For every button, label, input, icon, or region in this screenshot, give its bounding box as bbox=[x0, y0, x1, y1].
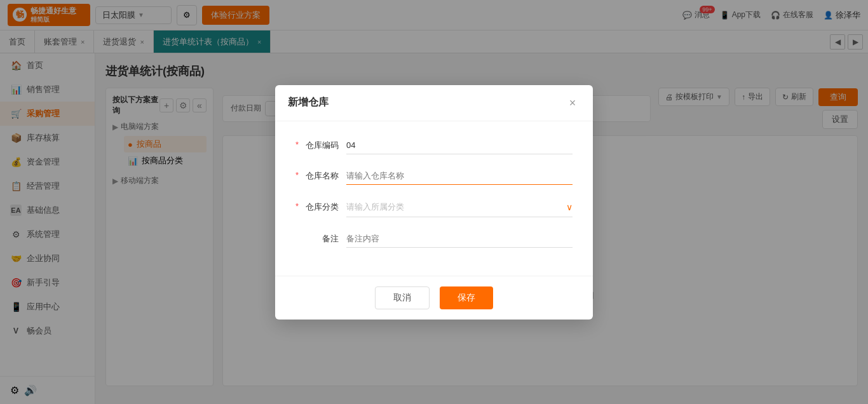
warehouse-category-select[interactable]: 请输入所属分类 ∨ bbox=[346, 198, 573, 217]
modal-header: 新增仓库 × bbox=[275, 85, 593, 121]
save-button[interactable]: 保存 bbox=[440, 286, 493, 309]
warehouse-category-field: 仓库分类 请输入所属分类 ∨ bbox=[295, 198, 573, 217]
category-chevron-icon: ∨ bbox=[566, 202, 573, 212]
cancel-button[interactable]: 取消 bbox=[375, 286, 430, 309]
warehouse-note-input[interactable] bbox=[346, 230, 573, 248]
warehouse-note-label: 备注 bbox=[295, 233, 346, 245]
warehouse-name-input[interactable] bbox=[346, 167, 573, 185]
modal-title: 新增仓库 bbox=[288, 96, 329, 109]
modal-overlay: 新增仓库 × 仓库编码 仓库名称 仓库分类 请输入所属分类 ∨ bbox=[0, 0, 868, 404]
warehouse-category-label: 仓库分类 bbox=[295, 201, 346, 213]
warehouse-name-field: 仓库名称 bbox=[295, 167, 573, 185]
modal-close-button[interactable]: × bbox=[565, 95, 580, 111]
warehouse-code-field: 仓库编码 bbox=[295, 137, 573, 154]
warehouse-note-field: 备注 bbox=[295, 230, 573, 248]
warehouse-code-label: 仓库编码 bbox=[295, 140, 346, 151]
modal-footer: 取消 保存 bbox=[275, 276, 593, 320]
warehouse-name-label: 仓库名称 bbox=[295, 170, 346, 182]
add-warehouse-modal: 新增仓库 × 仓库编码 仓库名称 仓库分类 请输入所属分类 ∨ bbox=[275, 85, 593, 320]
category-placeholder: 请输入所属分类 bbox=[346, 201, 404, 213]
warehouse-code-input[interactable] bbox=[346, 137, 573, 154]
modal-body: 仓库编码 仓库名称 仓库分类 请输入所属分类 ∨ 备注 bbox=[275, 121, 593, 276]
